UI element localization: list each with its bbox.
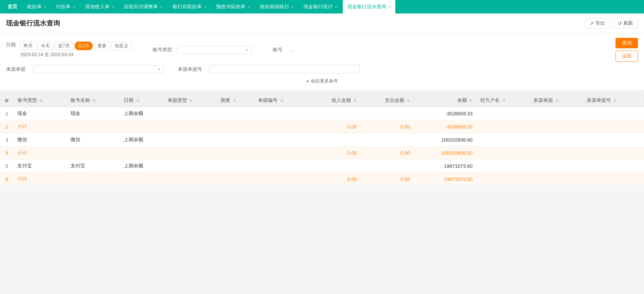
nav-tab-5[interactable]: 银行存取款单 × xyxy=(168,0,211,13)
close-icon[interactable]: × xyxy=(389,4,391,9)
nav-tab-1[interactable]: 收款单 × xyxy=(23,0,51,13)
sort-icon[interactable]: ⇅ xyxy=(280,98,283,103)
date-btn-custom[interactable]: 自定义 xyxy=(111,42,132,50)
filter-buttons: 查询 设置 xyxy=(615,38,638,62)
sort-icon[interactable]: ⇅ xyxy=(136,98,139,103)
row-date xyxy=(120,173,164,186)
row-doc-no xyxy=(254,173,308,186)
sort-icon[interactable]: ⇅ xyxy=(555,98,558,103)
nav-tab-9[interactable]: 现金银行流水查询 × xyxy=(343,0,395,13)
row-source-doc xyxy=(530,146,583,160)
source-doc-select[interactable]: ∨ xyxy=(33,65,164,73)
chevron-down-icon: ∨ xyxy=(245,48,248,52)
table-row: 4 小计 0.00 0.00 100102606.60 xyxy=(0,146,644,160)
row-income: 0.00 xyxy=(307,120,360,133)
row-doc-no xyxy=(254,107,308,120)
export-button[interactable]: ↗ 导出 xyxy=(585,18,610,28)
sort-icon[interactable]: ⇅ xyxy=(354,98,357,103)
nav-home[interactable]: 首页 xyxy=(3,0,22,13)
close-icon[interactable]: × xyxy=(248,4,250,9)
date-filter: 日期 昨天 今天 近7天 近1月 更多 自定义 2023-02-24 至 202… xyxy=(6,42,132,58)
row-doc-type xyxy=(164,160,217,173)
nav-tab-2[interactable]: 付款单 × xyxy=(51,0,80,13)
col-settings: ⚙ xyxy=(0,94,14,107)
page-title: 现金银行流水查询 xyxy=(6,19,60,32)
close-icon[interactable]: × xyxy=(112,4,114,9)
export-icon: ↗ xyxy=(590,21,594,26)
row-num: 4 xyxy=(0,146,14,160)
close-icon[interactable]: × xyxy=(291,4,294,9)
row-account-name: 微信 xyxy=(67,133,120,146)
sort-icon[interactable]: ⇅ xyxy=(233,98,236,103)
row-summary xyxy=(217,107,254,120)
close-icon[interactable]: × xyxy=(73,4,75,9)
row-counterparty xyxy=(476,173,530,186)
row-source-doc xyxy=(530,160,583,173)
source-doc-no-input[interactable] xyxy=(210,65,360,73)
sort-icon[interactable]: ⇅ xyxy=(189,98,192,103)
row-date: 上期余额 xyxy=(120,107,164,120)
date-btn-7days[interactable]: 近7天 xyxy=(55,42,73,50)
table-row: 6 小计 0.00 0.00 19871073.60 xyxy=(0,173,644,186)
row-account-type: 微信 xyxy=(14,133,67,146)
nav-tab-6[interactable]: 预收冲应收单 × xyxy=(212,0,254,13)
row-expense xyxy=(360,107,414,120)
row-income: 0.00 xyxy=(307,146,360,160)
query-button[interactable]: 查询 xyxy=(615,38,638,48)
table-row: 2 小计 0.00 0.00 -3528659.33 xyxy=(0,120,644,133)
collapse-bar[interactable]: ∧ 收起更多条件 xyxy=(6,76,638,86)
col-balance: 余额 ⇅ xyxy=(414,94,476,107)
row-account-name xyxy=(67,146,120,160)
sort-icon[interactable]: ⇅ xyxy=(93,98,96,103)
nav-tab-3[interactable]: 其他收入单 × xyxy=(81,0,119,13)
account-no-dots-button[interactable]: ... xyxy=(287,46,295,53)
sort-icon[interactable]: ⇅ xyxy=(407,98,410,103)
date-range: 2023-02-24 至 2023-03-24 xyxy=(20,52,132,58)
row-income xyxy=(307,107,360,120)
row-counterparty xyxy=(476,107,530,120)
account-type-select[interactable]: ∨ xyxy=(177,46,252,54)
sort-icon[interactable]: ⇅ xyxy=(502,98,505,103)
sort-icon[interactable]: ⇅ xyxy=(614,98,617,103)
gear-icon[interactable]: ⚙ xyxy=(5,98,9,103)
row-doc-type xyxy=(164,107,217,120)
row-account-name xyxy=(67,120,120,133)
date-label: 日期 xyxy=(6,42,16,48)
close-icon[interactable]: × xyxy=(204,4,206,9)
date-btn-1month[interactable]: 近1月 xyxy=(75,42,93,50)
col-source-doc: 来源单据 ⇅ xyxy=(530,94,583,107)
table-row: 1 现金 现金 上期余额 -3528659.33 xyxy=(0,107,644,120)
refresh-button[interactable]: ↺ 刷新 xyxy=(613,18,638,28)
nav-tab-4[interactable]: 应收应付调整单 × xyxy=(119,0,167,13)
nav-tab-7[interactable]: 收款核销执行 × xyxy=(255,0,298,13)
settings-button[interactable]: 设置 xyxy=(615,51,638,62)
date-btn-yesterday[interactable]: 昨天 xyxy=(20,42,36,50)
source-doc-label: 来源单据 xyxy=(6,66,26,73)
row-doc-type xyxy=(164,120,217,133)
col-date: 日期 ⇅ xyxy=(120,94,164,107)
row-counterparty xyxy=(476,146,530,160)
row-source-doc-no xyxy=(583,160,644,173)
col-doc-no: 单据编号 ⇅ xyxy=(254,94,308,107)
row-summary xyxy=(217,173,254,186)
row-num: 5 xyxy=(0,160,14,173)
close-icon[interactable]: × xyxy=(160,4,162,9)
date-btn-more[interactable]: 更多 xyxy=(94,42,110,50)
row-num: 6 xyxy=(0,173,14,186)
close-icon[interactable]: × xyxy=(44,4,46,9)
row-source-doc-no xyxy=(583,146,644,160)
row-doc-no xyxy=(254,160,308,173)
row-expense: 0.00 xyxy=(360,120,414,133)
date-btn-today[interactable]: 今天 xyxy=(38,42,53,50)
nav-tab-8[interactable]: 现金银行统计 × xyxy=(299,0,342,13)
sort-icon[interactable]: ⇅ xyxy=(469,98,472,103)
row-summary xyxy=(217,133,254,146)
row-balance: 100102606.60 xyxy=(414,146,476,160)
row-counterparty xyxy=(476,133,530,146)
row-date xyxy=(120,120,164,133)
close-icon[interactable]: × xyxy=(335,4,337,9)
row-source-doc xyxy=(530,173,583,186)
sort-icon[interactable]: ⇅ xyxy=(39,98,42,103)
header-actions: ↗ 导出 ↺ 刷新 xyxy=(585,18,638,33)
row-doc-no xyxy=(254,120,308,133)
